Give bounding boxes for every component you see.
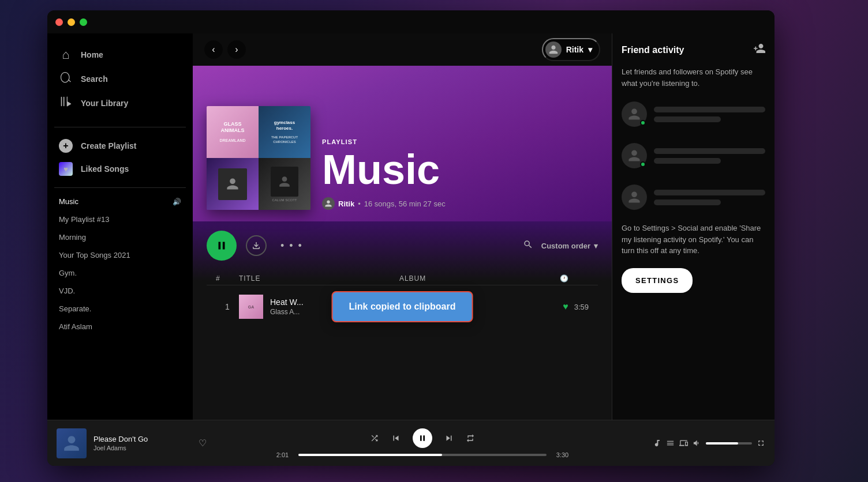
player-right-controls [638,439,765,447]
create-playlist-item[interactable]: + Create Playlist [52,134,188,157]
forward-button[interactable]: › [227,40,246,59]
heart-icon: ♥ [59,162,73,176]
user-menu-button[interactable]: Ritik ▾ [542,38,600,61]
top-nav: ‹ › Ritik ▾ [193,33,612,66]
queue-button[interactable] [666,439,675,447]
track-table-header: # TITLE ALBUM 🕐 [207,272,598,285]
fullscreen-button[interactable] [757,439,765,447]
playlist-item-morning[interactable]: Morning [47,228,193,246]
friend-line-2a [654,148,765,154]
friend-lines-3 [654,190,765,205]
friend-row-3 [622,181,765,213]
custom-order-button[interactable]: Custom order ▾ [541,242,598,250]
art-cell-2: gymclassheroes. THE PAPERCUTCHRONICLES [259,106,310,158]
close-button[interactable] [55,18,63,26]
volume-button[interactable] [693,439,701,447]
volume-bar[interactable] [706,442,752,445]
friend-row-1 [622,98,765,130]
friend-line-1a [654,107,765,112]
now-playing-thumbnail [57,428,87,458]
maximize-button[interactable] [80,18,87,26]
toast-message: Link copied to clipboard [349,302,456,311]
playlist-name-separate: Separate. [59,304,91,313]
time-current: 2:01 [272,451,293,458]
lyrics-button[interactable] [653,439,661,447]
next-button[interactable] [444,433,454,443]
hero-meta-text: 16 songs, 56 min 27 sec [364,199,446,208]
liked-icon-1[interactable]: ♥ [563,302,568,312]
friend-online-dot-1 [640,120,646,126]
playlist-name-gym: Gym. [59,269,77,277]
sidebar: ⌂ Home Search [47,33,193,420]
art-cell-3 [207,158,259,210]
track-search-button[interactable] [521,237,536,255]
playlist-artwork: GLASSANIMALS DREAMLAND gymclassheroes. T… [207,106,310,210]
content-area: • • • Custom order ▾ [193,221,612,420]
art-cell-1: GLASSANIMALS DREAMLAND [207,106,259,158]
title-bar [47,10,775,33]
sidebar-item-library[interactable]: Your Library [52,91,188,115]
playlist-name-myplaylist13: My Playlist #13 [59,215,109,224]
playlist-item-top2021[interactable]: Your Top Songs 2021 [47,246,193,264]
playlist-item-myplaylist13[interactable]: My Playlist #13 [47,210,193,228]
add-friend-icon[interactable] [754,43,765,57]
friend-line-3a [654,190,765,195]
track-artist-1: Glass A... [270,308,304,316]
sidebar-divider-2 [54,187,186,188]
shuffle-button[interactable] [370,434,379,443]
friend-avatar-1 [622,101,647,127]
playlist-item-gym[interactable]: Gym. [47,264,193,282]
col-header-num: # [216,274,239,283]
playlist-title: Music [322,149,446,190]
playlist-item-music[interactable]: Music 🔊 [47,193,193,210]
player-buttons [370,428,475,448]
sidebar-label-library: Your Library [81,99,128,108]
playlist-name-morning: Morning [59,233,86,242]
like-current-button[interactable]: ♡ [199,438,207,449]
create-playlist-label: Create Playlist [81,141,137,150]
plus-icon: + [59,139,73,153]
friend-line-3b [654,199,721,205]
progress-bar-container: 2:01 3:30 [272,451,573,458]
playlist-name-atif: Atif Aslam [59,322,92,331]
back-button[interactable]: ‹ [204,40,223,59]
repeat-button[interactable] [466,434,475,443]
playlist-item-separate[interactable]: Separate. [47,300,193,318]
previous-button[interactable] [391,433,401,443]
playlist-item-vjd[interactable]: VJD. [47,282,193,300]
custom-order-label: Custom order [541,242,590,250]
sidebar-playlists: Music 🔊 My Playlist #13 Morning Your Top… [47,190,193,420]
friend-panel-description: Let friends and followers on Spotify see… [622,66,765,89]
sidebar-nav: ⌂ Home Search [47,38,193,125]
liked-songs-item[interactable]: ♥ Liked Songs [52,157,188,180]
minimize-button[interactable] [68,18,75,26]
table-row[interactable]: 1 GA Heat W... Glass A... Dreamland ♥ 3 [207,290,598,323]
track-number-1: 1 [216,302,239,311]
user-name: Ritik [566,45,583,54]
main-layout: ⌂ Home Search [47,33,775,420]
center-content: ‹ › Ritik ▾ GLASSANIMALS [193,33,612,420]
library-icon [59,96,73,111]
track-name-1: Heat W... [270,298,304,307]
time-total: 3:30 [552,451,573,458]
playlist-name-music: Music [59,197,78,206]
hero-username: Ritik [338,199,354,208]
devices-button[interactable] [679,439,688,447]
home-icon: ⌂ [59,47,73,62]
progress-track[interactable] [298,454,547,456]
chevron-down-icon-order: ▾ [594,242,598,250]
liked-songs-label: Liked Songs [81,164,129,174]
friend-avatar-3 [622,184,647,210]
friend-panel-cta: Go to Settings > Social and enable 'Shar… [622,223,765,257]
playlist-item-atif[interactable]: Atif Aslam [47,318,193,336]
sidebar-divider [54,127,186,127]
now-playing: Please Don't Go Joel Adams ♡ [57,428,207,458]
settings-button[interactable]: SETTINGS [622,268,693,293]
download-button[interactable] [246,235,267,256]
play-pause-main-button[interactable] [413,428,432,448]
sidebar-item-home[interactable]: ⌂ Home [52,43,188,67]
sidebar-item-search[interactable]: Search [52,67,188,91]
more-options-button[interactable]: • • • [276,238,308,254]
pause-button[interactable] [207,231,237,261]
chevron-down-icon: ▾ [588,45,592,54]
